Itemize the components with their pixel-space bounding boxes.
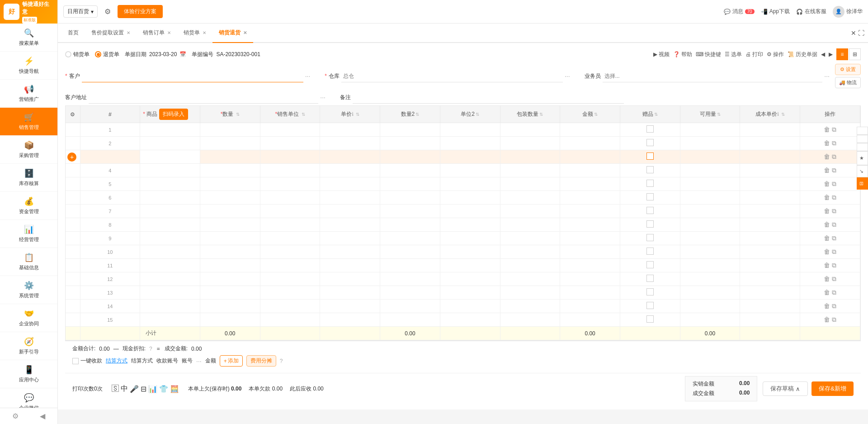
cell-product-1[interactable] xyxy=(140,123,200,137)
cell-price-13[interactable] xyxy=(320,286,380,300)
cell-amount-14[interactable] xyxy=(560,300,620,313)
cell-unit-14[interactable] xyxy=(260,300,320,313)
cell-cost-4[interactable] xyxy=(740,164,800,177)
logistics-btn[interactable]: 🚚 物流 xyxy=(835,77,861,88)
cell-cost-6[interactable] xyxy=(740,191,800,205)
cell-qty2-15[interactable] xyxy=(380,313,440,327)
cell-unit2-8[interactable] xyxy=(440,218,500,232)
gift-checkbox-12[interactable] xyxy=(646,275,654,282)
rsb-active[interactable]: ⊟ xyxy=(857,177,868,190)
cell-unit-10[interactable] xyxy=(260,245,320,259)
amount-sort-icon[interactable]: ⇅ xyxy=(594,112,598,117)
tab-sale-return-close[interactable]: ✕ xyxy=(243,30,247,35)
cell-qty2-14[interactable] xyxy=(380,300,440,313)
cell-pkgqty-10[interactable] xyxy=(500,245,560,259)
gift-checkbox-11[interactable] xyxy=(646,261,654,268)
one-click-pay-checkbox[interactable]: 一键收款 xyxy=(72,357,102,365)
settle-method-link[interactable]: 结算方式 xyxy=(106,357,127,365)
cell-qty-5[interactable] xyxy=(200,177,260,191)
delete-row-8-btn[interactable]: 🗑 xyxy=(824,221,830,229)
cell-qty2-12[interactable] xyxy=(380,272,440,286)
gift-checkbox-10[interactable] xyxy=(646,248,654,255)
cell-amount-11[interactable] xyxy=(560,259,620,272)
cell-gift-4[interactable] xyxy=(620,164,680,177)
cell-amount-7[interactable] xyxy=(560,205,620,218)
cell-unit-8[interactable] xyxy=(260,218,320,232)
address-input[interactable] xyxy=(89,91,318,104)
cell-qty2-7[interactable] xyxy=(380,205,440,218)
cell-price-11[interactable] xyxy=(320,259,380,272)
cell-gift-2[interactable] xyxy=(620,137,680,150)
cell-gift-12[interactable] xyxy=(620,272,680,286)
cell-price-9[interactable] xyxy=(320,232,380,245)
history-btn[interactable]: 📜 历史单据 xyxy=(788,51,817,58)
tab-sale-price-close[interactable]: ✕ xyxy=(127,30,130,35)
cell-unit2-1[interactable] xyxy=(440,123,500,137)
cell-cost-8[interactable] xyxy=(740,218,800,232)
cell-qty-9[interactable] xyxy=(200,232,260,245)
experience-cta-btn[interactable]: 体验行业方案 xyxy=(118,5,163,18)
cell-pkgqty-14[interactable] xyxy=(500,300,560,313)
cell-available-10[interactable] xyxy=(680,245,740,259)
cell-pkgqty-11[interactable] xyxy=(500,259,560,272)
copy-row-14-btn[interactable]: ⧉ xyxy=(832,302,836,310)
cell-qty2-1[interactable] xyxy=(380,123,440,137)
sidebar-item-finance[interactable]: 💰 资金管理 xyxy=(0,192,57,220)
cell-cost-10[interactable] xyxy=(740,245,800,259)
cell-pkgqty-12[interactable] xyxy=(500,272,560,286)
customer-input[interactable] xyxy=(82,70,303,82)
cell-qty-13[interactable] xyxy=(200,286,260,300)
cell-qty2-8[interactable] xyxy=(380,218,440,232)
delete-row-4-btn[interactable]: 🗑 xyxy=(824,167,830,174)
cell-unit2-6[interactable] xyxy=(440,191,500,205)
cell-available-6[interactable] xyxy=(680,191,740,205)
cell-gift-10[interactable] xyxy=(620,245,680,259)
cell-price-14[interactable] xyxy=(320,300,380,313)
cell-pkgqty-13[interactable] xyxy=(500,286,560,300)
cell-unit2-2[interactable] xyxy=(440,137,500,150)
remark-input[interactable] xyxy=(353,91,624,104)
cell-available-1[interactable] xyxy=(680,123,740,137)
gift-checkbox-5[interactable] xyxy=(646,180,654,187)
cell-qty2-2[interactable] xyxy=(380,137,440,150)
cell-available-11[interactable] xyxy=(680,259,740,272)
cell-gift-14[interactable] xyxy=(620,300,680,313)
cell-cost-15[interactable] xyxy=(740,313,800,327)
cell-pkgqty-9[interactable] xyxy=(500,232,560,245)
cell-available-3[interactable] xyxy=(680,150,740,164)
cell-product-6[interactable] xyxy=(140,191,200,205)
cell-pkgqty-7[interactable] xyxy=(500,205,560,218)
cell-qty-10[interactable] xyxy=(200,245,260,259)
cell-unit-12[interactable] xyxy=(260,272,320,286)
cell-available-13[interactable] xyxy=(680,286,740,300)
user-info[interactable]: 👤 徐泽华 xyxy=(833,6,863,18)
expand-tab-btn[interactable]: ⛶ xyxy=(858,29,864,37)
scan-btn[interactable]: 扫码录入 xyxy=(159,109,188,120)
gift-checkbox-13[interactable] xyxy=(646,288,654,295)
cell-unit-5[interactable] xyxy=(260,177,320,191)
shirt-icon[interactable]: 👕 xyxy=(159,385,168,393)
cell-price-6[interactable] xyxy=(320,191,380,205)
sidebar-item-marketing[interactable]: 📢 营销推广 xyxy=(0,80,57,108)
sidebar-item-basic[interactable]: 📋 基础信息 xyxy=(0,248,57,276)
cell-product-7[interactable] xyxy=(140,205,200,218)
cell-price-5[interactable] xyxy=(320,177,380,191)
cell-gift-3[interactable] xyxy=(620,150,680,164)
cell-qty2-9[interactable] xyxy=(380,232,440,245)
tab-sale-return[interactable]: 销货退货 ✕ xyxy=(212,24,253,43)
print-btn[interactable]: 🖨 打印 xyxy=(745,51,763,58)
sidebar-item-app-center[interactable]: 📱 应用中心 xyxy=(0,360,57,388)
cell-pkgqty-2[interactable] xyxy=(500,137,560,150)
cell-product-3[interactable] xyxy=(140,150,200,164)
cell-pkgqty-5[interactable] xyxy=(500,177,560,191)
cell-unit2-14[interactable] xyxy=(440,300,500,313)
cell-unit2-15[interactable] xyxy=(440,313,500,327)
cell-unit-3[interactable] xyxy=(260,150,320,164)
cell-pkgqty-6[interactable] xyxy=(500,191,560,205)
gift-checkbox-9[interactable] xyxy=(646,234,654,241)
cell-available-7[interactable] xyxy=(680,205,740,218)
copy-row-11-btn[interactable]: ⧉ xyxy=(832,262,836,269)
calendar-icon[interactable]: 📅 xyxy=(179,51,186,57)
delete-row-11-btn[interactable]: 🗑 xyxy=(824,262,830,269)
cell-gift-8[interactable] xyxy=(620,218,680,232)
